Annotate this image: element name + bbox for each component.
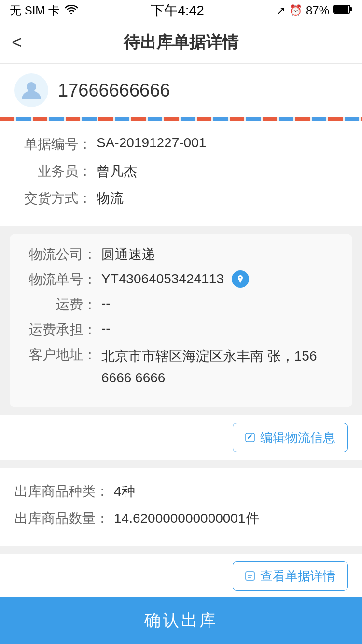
goods-info-section: 出库商品种类： 4种 出库商品数量： 14.620000000000001件 bbox=[0, 468, 362, 546]
goods-type-row: 出库商品种类： 4种 bbox=[14, 482, 348, 501]
goods-type-label: 出库商品种类： bbox=[14, 482, 109, 501]
tracking-no-value: YT43064053424113 bbox=[101, 271, 224, 287]
customer-header: 17666666666 bbox=[0, 64, 362, 117]
address-row: 客户地址： 北京市市辖区海淀区永丰南 张，156 6666 6666 bbox=[19, 346, 343, 389]
edit-logistics-label: 编辑物流信息 bbox=[260, 429, 335, 446]
location-icon[interactable] bbox=[232, 270, 249, 288]
logistics-company-value: 圆通速递 bbox=[101, 245, 343, 264]
nav-bar: < 待出库单据详情 bbox=[0, 21, 362, 64]
delivery-method-value: 物流 bbox=[97, 189, 348, 208]
status-bar: 无 SIM 卡 下午4:42 ↗ ⏰ 87% bbox=[0, 0, 362, 21]
sales-person-label: 业务员： bbox=[14, 162, 92, 181]
freight-bearer-row: 运费承担： -- bbox=[19, 321, 343, 339]
delivery-method-row: 交货方式： 物流 bbox=[14, 189, 348, 208]
order-no-label: 单据编号： bbox=[14, 135, 92, 154]
address-value: 北京市市辖区海淀区永丰南 张，156 6666 6666 bbox=[101, 346, 343, 389]
carrier-label: 无 SIM 卡 bbox=[10, 3, 60, 18]
tracking-no-row: 物流单号： YT43064053424113 bbox=[19, 270, 343, 289]
battery-icon bbox=[333, 4, 352, 17]
view-details-label: 查看单据详情 bbox=[260, 568, 335, 585]
goods-type-value: 4种 bbox=[114, 482, 348, 501]
address-label: 客户地址： bbox=[19, 346, 97, 364]
goods-quantity-row: 出库商品数量： 14.620000000000001件 bbox=[14, 509, 348, 528]
customer-phone: 17666666666 bbox=[58, 80, 170, 101]
back-button[interactable]: < bbox=[12, 32, 22, 53]
freight-value: -- bbox=[101, 295, 343, 311]
goods-quantity-value: 14.620000000000001件 bbox=[114, 509, 348, 528]
svg-rect-1 bbox=[350, 7, 352, 11]
edit-logistics-container: 编辑物流信息 bbox=[0, 415, 362, 460]
sales-person-row: 业务员： 曾凡杰 bbox=[14, 162, 348, 181]
freight-row: 运费： -- bbox=[19, 295, 343, 314]
time-label: 下午4:42 bbox=[151, 1, 204, 20]
sales-person-value: 曾凡杰 bbox=[97, 162, 348, 181]
order-info-section: 单据编号： SA-20191227-001 业务员： 曾凡杰 交货方式： 物流 bbox=[0, 121, 362, 226]
dashed-divider bbox=[0, 117, 362, 121]
order-no-value: SA-20191227-001 bbox=[97, 135, 348, 151]
wifi-icon bbox=[65, 4, 78, 17]
logistics-card: 物流公司： 圆通速递 物流单号： YT43064053424113 运费： --… bbox=[10, 234, 352, 407]
location-status-icon: ↗ bbox=[277, 4, 285, 17]
svg-rect-2 bbox=[334, 6, 348, 13]
tracking-no-label: 物流单号： bbox=[19, 270, 97, 289]
freight-label: 运费： bbox=[19, 295, 97, 314]
freight-bearer-label: 运费承担： bbox=[19, 321, 97, 339]
view-details-button[interactable]: 查看单据详情 bbox=[233, 561, 348, 591]
delivery-method-label: 交货方式： bbox=[14, 189, 92, 208]
logistics-company-row: 物流公司： 圆通速递 bbox=[19, 245, 343, 264]
logistics-company-label: 物流公司： bbox=[19, 245, 97, 264]
edit-logistics-button[interactable]: 编辑物流信息 bbox=[233, 423, 348, 452]
page-title: 待出库单据详情 bbox=[124, 31, 238, 54]
svg-point-3 bbox=[27, 82, 36, 92]
section-divider-1 bbox=[0, 460, 362, 468]
confirm-btn-bar: 确认出库 bbox=[0, 597, 362, 644]
alarm-icon: ⏰ bbox=[289, 4, 302, 17]
avatar bbox=[14, 73, 48, 107]
goods-quantity-label: 出库商品数量： bbox=[14, 509, 109, 528]
battery-label: 87% bbox=[306, 4, 329, 17]
order-no-row: 单据编号： SA-20191227-001 bbox=[14, 135, 348, 154]
confirm-button[interactable]: 确认出库 bbox=[144, 609, 218, 631]
freight-bearer-value: -- bbox=[101, 321, 343, 336]
view-details-container: 查看单据详情 bbox=[0, 554, 362, 599]
